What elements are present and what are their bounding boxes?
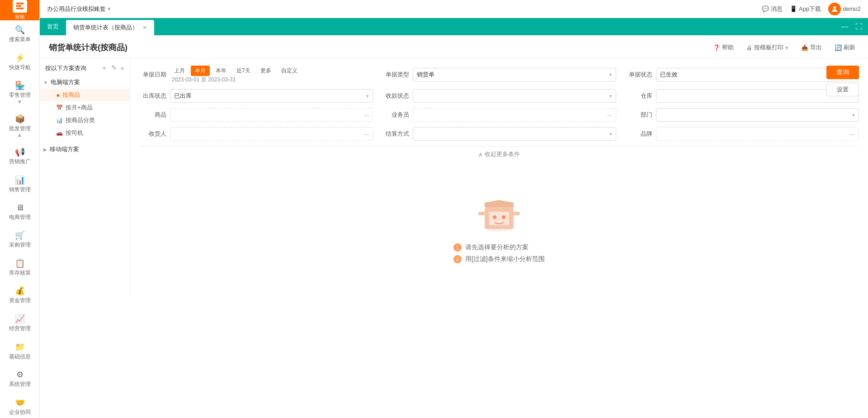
filter-cell-product: 商品 ··· (139, 108, 373, 122)
app-download-btn[interactable]: 📱 App下载 (790, 5, 821, 13)
tab-close-icon[interactable]: ✕ (142, 24, 147, 31)
warehouse-status-label: 出库状态 (139, 92, 170, 100)
export-btn[interactable]: 📤 导出 (797, 42, 826, 53)
sidebar-item-base-info[interactable]: 📁 基础信息 (0, 337, 40, 366)
setting-btn[interactable]: 设置 (826, 83, 859, 96)
empty-state: 1 请先选择要分析的方案 2 用[过滤]条件来缩小分析范围 (139, 162, 859, 290)
message-label: 消息 (771, 5, 783, 13)
query-btn[interactable]: 查询 (826, 66, 859, 79)
sidebar-item-finance-label: 资金管理 (9, 297, 31, 304)
sidebar-item-retail-label: 零售管理 (9, 92, 31, 99)
doc-type-value: 销货单 (417, 71, 434, 79)
empty-icon (472, 189, 526, 234)
refresh-icon: 🔄 (835, 44, 842, 51)
sidebar-item-system[interactable]: ⚙ 系统管理 (0, 365, 40, 393)
tree-item-by-month-product[interactable]: 📅 按月+商品 (40, 101, 130, 114)
collection-status-label: 收款状态 (382, 92, 413, 100)
filter-cell-doc-type: 单据类型 销货单 ▾ (382, 68, 616, 81)
app-name-dropdown-icon[interactable]: ▾ (108, 5, 111, 12)
sidebar-item-finance[interactable]: 💰 资金管理 (0, 281, 40, 309)
print-btn[interactable]: 🖨 按模板打印 ▾ (743, 42, 792, 53)
step-1-icon: 1 (453, 243, 462, 252)
date-range-display: 2023-03-01 至 2023-03-31 (172, 76, 373, 84)
product-select[interactable]: ··· (170, 108, 373, 122)
tab-sales-stat[interactable]: 销货单统计表（按商品） ✕ (66, 20, 154, 35)
base-info-icon: 📁 (15, 342, 25, 352)
collection-status-select[interactable]: ▾ (413, 89, 616, 103)
brand-select[interactable]: ··· (656, 127, 859, 141)
salesperson-label: 业务员 (382, 111, 413, 119)
sidebar-item-quick-nav[interactable]: ⚡ 快捷导航 (0, 48, 40, 76)
sidebar-item-enterprise[interactable]: 🤝 企业协同 (0, 393, 40, 418)
tree-desktop-parent[interactable]: ▼ 电脑端方案 (40, 76, 130, 89)
date-tabs: 上月 本月 本年 近7天 更多 自定义 (170, 66, 302, 76)
salesperson-dots-btn[interactable]: ··· (607, 112, 612, 119)
date-tab-prev-month[interactable]: 上月 (170, 66, 189, 76)
app-logo[interactable]: 标账 (0, 0, 40, 20)
download-icon: 📱 (790, 5, 797, 12)
month-product-icon: 📅 (56, 104, 63, 111)
product-dots-btn[interactable]: ··· (364, 112, 369, 119)
message-btn[interactable]: 💬 消息 (762, 5, 783, 13)
app-name[interactable]: 办公用品行业模拟账套 ▾ (47, 5, 111, 13)
filter-row-3: 商品 ··· 业务员 (139, 108, 859, 122)
edit-scheme-btn[interactable]: ✎ (111, 64, 117, 72)
wholesale-icon: 📦 (15, 114, 25, 124)
logo-icon (13, 0, 27, 13)
tree-desktop-label: 电脑端方案 (51, 78, 80, 86)
date-tab-7days[interactable]: 近7天 (232, 66, 255, 76)
sidebar-item-ecom-label: 电商管理 (9, 214, 31, 221)
tree-mobile-parent[interactable]: ▶ 移动端方案 (40, 143, 130, 156)
collection-status-chevron: ▾ (609, 93, 612, 99)
date-tab-this-year[interactable]: 本年 (212, 66, 231, 76)
sidebar-item-retail[interactable]: 🏪 零售管理 ▼ (0, 76, 40, 109)
tree-item-by-machine[interactable]: 🚗 按司机 (40, 127, 130, 139)
tabbar-right: — ⛶ (839, 22, 868, 32)
doc-type-select[interactable]: 销货单 ▾ (413, 68, 616, 81)
sidebar-item-inventory[interactable]: 📋 库存核算 (0, 254, 40, 282)
system-icon: ⚙ (16, 370, 24, 380)
help-btn[interactable]: ❓ 帮助 (709, 42, 737, 53)
receiver-dots-btn[interactable]: ··· (364, 131, 369, 138)
brand-dots-btn[interactable]: ··· (850, 131, 855, 138)
export-icon: 📤 (801, 44, 808, 51)
date-tab-this-month[interactable]: 本月 (191, 66, 210, 76)
filter-cell-brand: 品牌 ··· (625, 127, 859, 141)
sidebar-item-search[interactable]: 🔍 搜索菜单 (0, 20, 40, 48)
page-title: 销货单统计表(按商品) (49, 42, 127, 53)
collapse-more-btn[interactable]: ∧ 收起更多条件 (139, 146, 859, 162)
tab-minimize-btn[interactable]: — (839, 22, 850, 32)
warehouse-status-select[interactable]: 已出库 ▾ (170, 89, 373, 103)
user-area[interactable]: demo2 (828, 3, 861, 15)
tab-sales-stat-label: 销货单统计表（按商品） (73, 24, 138, 32)
dept-select[interactable]: ▾ (656, 108, 859, 122)
filter-cell-warehouse: 仓库 ··· (625, 89, 859, 103)
sidebar-item-purchase[interactable]: 🛒 采购管理 (0, 226, 40, 254)
sidebar-item-marketing-label: 营销推广 (9, 158, 31, 166)
receiver-select[interactable]: ··· (170, 127, 373, 141)
settlement-select[interactable]: ▾ (413, 127, 616, 141)
topbar: 办公用品行业模拟账套 ▾ 💬 消息 📱 App下载 demo2 (40, 0, 868, 18)
tree-item-by-product[interactable]: ● 按商品 (40, 89, 130, 101)
salesperson-select[interactable]: ··· (413, 108, 616, 122)
date-tab-more[interactable]: 更多 (256, 66, 275, 76)
tab-home[interactable]: 首页 (40, 18, 66, 35)
refresh-btn[interactable]: 🔄 刷新 (831, 42, 859, 53)
print-dropdown-icon[interactable]: ▾ (785, 44, 788, 51)
add-scheme-btn[interactable]: ＋ (101, 64, 108, 72)
enterprise-icon: 🤝 (15, 398, 25, 408)
inventory-icon: 📋 (15, 258, 25, 268)
sidebar-item-base-info-label: 基础信息 (9, 353, 31, 361)
sidebar-item-operations[interactable]: 📈 经营管理 (0, 309, 40, 337)
sidebar-item-ecom[interactable]: 🖥 电商管理 (0, 199, 40, 226)
sidebar-item-wholesale[interactable]: 📦 批发管理 ▲ (0, 109, 40, 143)
sidebar-item-sales[interactable]: 📊 销售管理 (0, 171, 40, 199)
sidebar-item-marketing[interactable]: 📢 营销推广 (0, 142, 40, 171)
tabbar: 首页 销货单统计表（按商品） ✕ — ⛶ (40, 18, 868, 35)
collapse-panel-btn[interactable]: « (121, 64, 124, 72)
tab-maximize-btn[interactable]: ⛶ (854, 22, 864, 32)
warehouse-status-control: 已出库 ▾ (170, 89, 373, 103)
date-tab-custom[interactable]: 自定义 (277, 66, 302, 76)
tree-item-by-product-cat[interactable]: 📊 按商品分类 (40, 114, 130, 127)
empty-step1-text: 请先选择要分析的方案 (465, 243, 528, 252)
